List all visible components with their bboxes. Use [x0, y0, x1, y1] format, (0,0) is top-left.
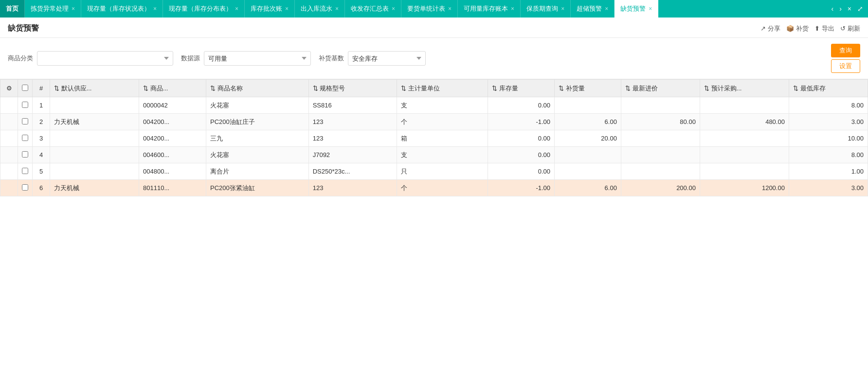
datasource-label: 数据源: [181, 54, 200, 63]
data-table: ⚙ # ⇅ 默认供应... ⇅ 商品... ⇅ 商品名称: [0, 79, 868, 196]
row-product-id: 004600...: [139, 147, 206, 163]
row-select-checkbox[interactable]: [22, 118, 28, 124]
row-restock: [555, 97, 621, 114]
row-latest-price: 80.00: [621, 114, 700, 130]
nav-tab-inventory-status[interactable]: 现存量（库存状况表） ×: [81, 0, 163, 18]
category-select[interactable]: [37, 51, 173, 66]
nav-tab-shortage-close[interactable]: ×: [649, 5, 652, 12]
nav-tab-expiry-close[interactable]: ×: [561, 5, 564, 12]
row-gear: [0, 97, 18, 114]
row-latest-price: [621, 147, 700, 163]
row-checkbox[interactable]: [18, 130, 33, 147]
category-label: 商品分类: [8, 54, 33, 63]
row-supplier: 力天机械: [50, 114, 139, 130]
restock-base-select[interactable]: 安全库存: [348, 51, 426, 66]
nav-tab-abnormal-close[interactable]: ×: [72, 5, 75, 12]
refresh-button[interactable]: ↺ 刷新: [840, 24, 860, 33]
row-product-id: 004200...: [139, 130, 206, 147]
restock-button[interactable]: 📦 补货: [786, 24, 809, 33]
nav-tab-available-close[interactable]: ×: [511, 5, 514, 12]
row-select-checkbox[interactable]: [22, 135, 28, 141]
nav-tab-batch-close[interactable]: ×: [285, 5, 289, 12]
th-num: #: [33, 80, 50, 97]
nav-tab-inout[interactable]: 出入库流水 ×: [295, 0, 345, 18]
nav-tab-inventory-dist[interactable]: 现存量（库存分布表） ×: [163, 0, 245, 18]
row-checkbox[interactable]: [18, 114, 33, 130]
nav-tab-collect[interactable]: 收发存汇总表 ×: [345, 0, 401, 18]
datasource-select[interactable]: 可用量: [204, 51, 311, 66]
th-latest-price[interactable]: ⇅ 最新进价: [621, 80, 700, 97]
nav-close-all-button[interactable]: ×: [845, 0, 854, 18]
nav-tab-collect-close[interactable]: ×: [392, 5, 395, 12]
th-stock[interactable]: ⇅ 库存量: [488, 80, 555, 97]
row-restock: 6.00: [555, 180, 621, 196]
select-all-checkbox[interactable]: [22, 85, 28, 91]
datasource-filter-group: 数据源 可用量: [181, 51, 311, 66]
share-icon: ↗: [760, 25, 766, 32]
nav-tab-home[interactable]: 首页: [0, 0, 25, 18]
row-latest-price: [621, 163, 700, 180]
row-select-checkbox[interactable]: [22, 102, 28, 108]
nav-tab-inout-close[interactable]: ×: [335, 5, 339, 12]
th-min-stock[interactable]: ⇅ 最低库存: [789, 80, 868, 97]
th-gear[interactable]: ⚙: [0, 80, 18, 97]
th-product-id[interactable]: ⇅ 商品...: [139, 80, 206, 97]
nav-tab-overstock[interactable]: 超储预警 ×: [571, 0, 615, 18]
row-min-stock: 3.00: [789, 180, 868, 196]
th-restock[interactable]: ⇅ 补货量: [555, 80, 621, 97]
filter-area: 商品分类 数据源 可用量 补货基数 安全库存 查询 设置: [0, 38, 868, 79]
settings-button[interactable]: 设置: [831, 59, 860, 73]
nav-next-button[interactable]: ›: [836, 0, 845, 18]
row-num: 1: [33, 97, 50, 114]
row-checkbox[interactable]: [18, 147, 33, 163]
row-checkbox[interactable]: [18, 163, 33, 180]
restock-base-label: 补货基数: [319, 54, 344, 63]
nav-tab-available[interactable]: 可用量库存账本 ×: [458, 0, 521, 18]
th-spec[interactable]: ⇅ 规格型号: [308, 80, 397, 97]
nav-tab-inventory-status-close[interactable]: ×: [153, 5, 157, 12]
row-supplier: [50, 147, 139, 163]
row-min-stock: 1.00: [789, 163, 868, 180]
row-unit: 支: [397, 97, 488, 114]
th-supplier[interactable]: ⇅ 默认供应...: [50, 80, 139, 97]
refresh-icon: ↺: [840, 25, 846, 32]
row-num: 5: [33, 163, 50, 180]
nav-tab-shortage[interactable]: 缺货预警 ×: [615, 0, 658, 18]
row-gear: [0, 114, 18, 130]
row-checkbox[interactable]: [18, 97, 33, 114]
row-est-purchase: 1200.00: [700, 180, 789, 196]
nav-tab-overstock-close[interactable]: ×: [605, 5, 608, 12]
th-checkbox[interactable]: [18, 80, 33, 97]
row-product-name: PC200油缸庄子: [206, 114, 308, 130]
row-stock: -1.00: [488, 114, 555, 130]
table-row: 4 004600... 火花塞 J7092 支 0.00 8.00: [0, 147, 868, 163]
row-stock: 0.00: [488, 97, 555, 114]
top-navigation: 首页 拣货异常处理 × 现存量（库存状况表） × 现存量（库存分布表） × 库存…: [0, 0, 868, 18]
nav-prev-button[interactable]: ‹: [828, 0, 836, 18]
row-supplier: [50, 97, 139, 114]
th-est-purchase[interactable]: ⇅ 预计采购...: [700, 80, 789, 97]
row-spec: DS250*23c...: [308, 163, 397, 180]
row-checkbox[interactable]: [18, 180, 33, 196]
nav-tab-expiry[interactable]: 保质期查询 ×: [521, 0, 571, 18]
row-spec: 123: [308, 114, 397, 130]
export-button[interactable]: ⬆ 导出: [814, 24, 834, 33]
nav-tab-inventory-dist-close[interactable]: ×: [235, 5, 238, 12]
nav-tab-requisition-close[interactable]: ×: [448, 5, 452, 12]
nav-tab-requisition[interactable]: 要货单统计表 ×: [401, 0, 458, 18]
th-product-name[interactable]: ⇅ 商品名称: [206, 80, 308, 97]
share-button[interactable]: ↗ 分享: [760, 24, 780, 33]
row-unit: 只: [397, 163, 488, 180]
row-select-checkbox[interactable]: [22, 168, 28, 174]
refresh-label: 刷新: [848, 24, 860, 33]
row-unit: 支: [397, 147, 488, 163]
row-select-checkbox[interactable]: [22, 184, 28, 191]
nav-expand-button[interactable]: ⤢: [854, 0, 866, 18]
nav-tab-available-label: 可用量库存账本: [464, 4, 508, 13]
nav-tab-abnormal[interactable]: 拣货异常处理 ×: [25, 0, 81, 18]
th-unit[interactable]: ⇅ 主计量单位: [397, 80, 488, 97]
nav-tab-batch[interactable]: 库存批次账 ×: [245, 0, 295, 18]
query-button[interactable]: 查询: [831, 44, 860, 57]
row-select-checkbox[interactable]: [22, 151, 28, 158]
export-icon: ⬆: [814, 25, 820, 32]
